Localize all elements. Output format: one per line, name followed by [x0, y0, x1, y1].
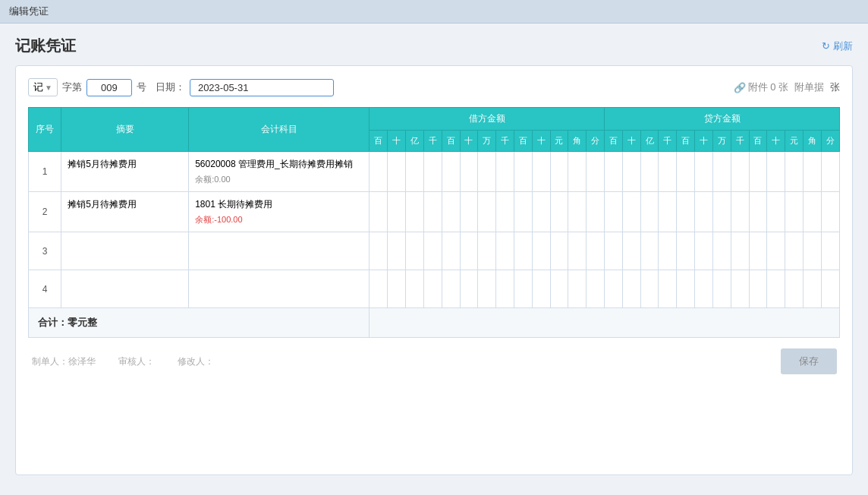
- row-account-2[interactable]: 1801 长期待摊费用余额:-100.00: [189, 192, 370, 232]
- row-account-4[interactable]: [189, 270, 370, 308]
- row-seq-4: 4: [29, 270, 61, 308]
- row-debit-digit-2-3: [423, 192, 442, 232]
- debit-sub-百: 百: [370, 131, 388, 152]
- credit-sub-亿: 亿: [640, 131, 659, 152]
- voucher-type-value: 记: [33, 80, 43, 94]
- attachment-area: 🔗 附件 0 张 附单据 张: [734, 80, 840, 94]
- row-seq-1: 1: [29, 152, 61, 192]
- row-debit-digit-2-6: [478, 192, 496, 232]
- credit-sub-万: 万: [712, 131, 731, 152]
- voucher-number-input[interactable]: [86, 79, 132, 96]
- row-credit-digit-2-4: [677, 192, 695, 232]
- refresh-button[interactable]: ↻ 刷新: [822, 39, 853, 53]
- credit-sub-元: 元: [785, 131, 804, 152]
- debit-sub-百2: 百: [442, 131, 460, 152]
- row-credit-digit-4-7: [731, 270, 749, 308]
- attach-single-button[interactable]: 附单据: [794, 80, 824, 94]
- row-credit-digit-3-11: [803, 232, 821, 270]
- zhang-label: 张: [830, 80, 840, 94]
- row-credit-digit-3-5: [695, 232, 713, 270]
- row-credit-digit-4-11: [803, 270, 821, 308]
- row-credit-digit-4-5: [695, 270, 713, 308]
- footer-area: 制单人：徐泽华 审核人： 修改人： 保存: [32, 344, 837, 374]
- row-credit-digit-4-2: [640, 270, 659, 308]
- row-credit-digit-3-12: [821, 232, 839, 270]
- row-credit-digit-4-12: [821, 270, 839, 308]
- title-bar-label: 编辑凭证: [9, 5, 49, 17]
- debit-sub-十: 十: [388, 131, 406, 152]
- row-debit-digit-1-8: [514, 152, 532, 192]
- row-credit-digit-1-7: [731, 152, 749, 192]
- total-label: 合计：零元整: [38, 317, 97, 328]
- row-credit-digit-2-11: [803, 192, 821, 232]
- row-credit-digit-4-4: [677, 270, 695, 308]
- row-credit-digit-2-5: [695, 192, 713, 232]
- row-debit-digit-2-0: [370, 192, 388, 232]
- attachment-link[interactable]: 🔗 附件 0 张: [734, 80, 788, 94]
- row-credit-digit-1-0: [605, 152, 623, 192]
- row-debit-digit-1-3: [423, 152, 442, 192]
- page-container: 记账凭证 ↻ 刷新 记 ▼ 字第 号 日期： 🔗: [0, 24, 868, 495]
- row-credit-digit-3-8: [749, 232, 767, 270]
- row-debit-digit-2-9: [532, 192, 550, 232]
- row-debit-digit-4-12: [587, 270, 605, 308]
- row-debit-digit-2-2: [406, 192, 424, 232]
- save-button[interactable]: 保存: [781, 348, 837, 374]
- date-group: 日期：: [156, 79, 334, 96]
- dropdown-arrow-icon: ▼: [45, 84, 52, 92]
- row-credit-digit-4-0: [605, 270, 623, 308]
- row-credit-digit-3-0: [605, 232, 623, 270]
- row-debit-digit-1-7: [496, 152, 514, 192]
- date-label: 日期：: [156, 80, 185, 94]
- row-credit-digit-4-10: [785, 270, 804, 308]
- row-account-3[interactable]: [189, 232, 370, 270]
- row-debit-digit-3-12: [587, 232, 605, 270]
- table-wrapper: 序号 摘要 会计科目 借方金额 贷方金额 百 十 亿 千 百 十: [28, 107, 840, 377]
- row-debit-digit-2-5: [460, 192, 478, 232]
- row-credit-digit-3-7: [731, 232, 749, 270]
- credit-sub-百3: 百: [749, 131, 767, 152]
- debit-sub-千2: 千: [496, 131, 514, 152]
- date-input[interactable]: [190, 79, 334, 96]
- row-credit-digit-3-6: [712, 232, 731, 270]
- voucher-table: 序号 摘要 会计科目 借方金额 贷方金额 百 十 亿 千 百 十: [28, 107, 840, 377]
- row-debit-digit-4-3: [423, 270, 442, 308]
- row-debit-digit-4-11: [568, 270, 587, 308]
- row-debit-digit-4-1: [388, 270, 406, 308]
- row-credit-digit-3-3: [659, 232, 677, 270]
- row-summary-1[interactable]: 摊销5月待摊费用: [61, 152, 189, 192]
- credit-sub-角: 角: [803, 131, 821, 152]
- voucher-type-select[interactable]: 记 ▼: [28, 78, 58, 96]
- row-credit-digit-4-6: [712, 270, 731, 308]
- row-summary-2[interactable]: 摊销5月待摊费用: [61, 192, 189, 232]
- row-credit-digit-1-5: [695, 152, 713, 192]
- row-summary-4[interactable]: [61, 270, 189, 308]
- row-debit-digit-3-3: [423, 232, 442, 270]
- row-credit-digit-4-3: [659, 270, 677, 308]
- main-card: 记 ▼ 字第 号 日期： 🔗 附件 0 张 附单据 张: [15, 65, 853, 475]
- col-credit-header: 贷方金额: [605, 108, 840, 131]
- row-debit-digit-4-8: [514, 270, 532, 308]
- form-row: 记 ▼ 字第 号 日期： 🔗 附件 0 张 附单据 张: [28, 78, 840, 96]
- row-debit-digit-2-10: [550, 192, 568, 232]
- row-debit-digit-1-10: [550, 152, 568, 192]
- row-debit-digit-2-4: [442, 192, 460, 232]
- row-debit-digit-4-4: [442, 270, 460, 308]
- row-credit-digit-3-1: [622, 232, 640, 270]
- row-debit-digit-4-7: [496, 270, 514, 308]
- row-credit-digit-1-3: [659, 152, 677, 192]
- row-credit-digit-2-12: [821, 192, 839, 232]
- modifier-label: 修改人：: [178, 355, 214, 368]
- row-credit-digit-3-2: [640, 232, 659, 270]
- debit-sub-分: 分: [587, 131, 605, 152]
- footer-row: 制单人：徐泽华 审核人： 修改人： 保存: [29, 338, 840, 378]
- row-summary-3[interactable]: [61, 232, 189, 270]
- row-account-1[interactable]: 56020008 管理费用_长期待摊费用摊销余额:0.00: [189, 152, 370, 192]
- row-credit-digit-2-1: [622, 192, 640, 232]
- row-credit-digit-3-4: [677, 232, 695, 270]
- row-credit-digit-1-10: [785, 152, 804, 192]
- debit-sub-元: 元: [550, 131, 568, 152]
- page-header: 记账凭证 ↻ 刷新: [15, 36, 853, 56]
- row-debit-digit-4-10: [550, 270, 568, 308]
- row-debit-digit-1-11: [568, 152, 587, 192]
